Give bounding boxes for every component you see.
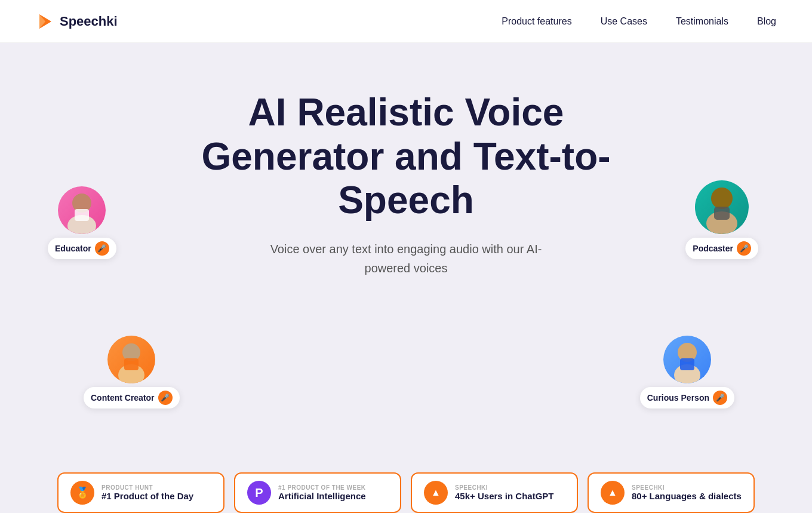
badge-product-week-text: #1 PRODUCT OF THE WEEK Artificial Intell…	[278, 484, 366, 501]
logo-text: Speechki	[60, 14, 118, 29]
badge-chatgpt-icon: ▲	[424, 481, 448, 505]
badge-product-week[interactable]: P #1 PRODUCT OF THE WEEK Artificial Inte…	[234, 472, 401, 513]
badge-languages-text: Speechki 80+ Languages & dialects	[632, 484, 742, 501]
badge-product-hunt[interactable]: 🏅 PRODUCT HUNT #1 Product of the Day	[57, 472, 224, 513]
badge-languages-small: Speechki	[632, 484, 742, 491]
avatar-educator-image	[58, 186, 106, 234]
nav-links: Product features Use Cases Testimonials …	[502, 16, 776, 27]
svg-point-5	[711, 188, 733, 209]
badge-chatgpt-small: Speechki	[455, 484, 553, 491]
badge-chatgpt-text: Speechki 45k+ Users in ChatGPT	[455, 484, 553, 501]
podcaster-label-text: Podcaster	[693, 244, 733, 253]
avatar-podcaster-image	[695, 180, 749, 234]
content-creator-label-text: Content Creator	[91, 393, 155, 403]
badge-languages-main: 80+ Languages & dialects	[632, 491, 742, 501]
nav-blog[interactable]: Blog	[757, 16, 776, 26]
podcaster-mic-btn[interactable]: 🎤	[737, 241, 751, 256]
nav-testimonials[interactable]: Testimonials	[676, 16, 728, 26]
badge-product-hunt-small: PRODUCT HUNT	[102, 484, 193, 491]
curious-person-label: Curious Person 🎤	[640, 387, 734, 408]
avatar-content-creator-image	[107, 336, 155, 383]
logo[interactable]: Speechki	[36, 12, 118, 31]
badges-row: 🏅 PRODUCT HUNT #1 Product of the Day P #…	[0, 472, 812, 513]
badge-product-hunt-main: #1 Product of the Day	[102, 491, 193, 501]
educator-mic-btn[interactable]: 🎤	[95, 241, 109, 256]
hero-section: Educator 🎤 Podcaster 🎤 Content C	[0, 43, 812, 513]
svg-rect-13	[680, 358, 694, 370]
svg-rect-4	[75, 209, 89, 221]
svg-rect-10	[124, 358, 139, 370]
educator-label-text: Educator	[55, 244, 91, 253]
hero-title: AI Realistic Voice Generator and Text-to…	[161, 91, 651, 223]
badge-chatgpt[interactable]: ▲ Speechki 45k+ Users in ChatGPT	[411, 472, 578, 513]
avatar-curious-person-image	[663, 336, 711, 383]
content-creator-label: Content Creator 🎤	[84, 387, 180, 408]
avatar-podcaster: Podcaster 🎤	[685, 180, 758, 259]
hero-subtitle: Voice over any text into engaging audio …	[257, 239, 555, 278]
content-creator-mic-btn[interactable]: 🎤	[158, 391, 173, 405]
avatar-educator: Educator 🎤	[48, 186, 116, 259]
badge-product-hunt-icon: 🏅	[70, 481, 94, 505]
badge-product-week-icon: P	[247, 481, 271, 505]
nav-use-cases[interactable]: Use Cases	[601, 16, 647, 26]
badge-product-week-main: Artificial Intelligence	[278, 491, 366, 501]
svg-rect-7	[714, 207, 730, 220]
educator-label: Educator 🎤	[48, 238, 116, 259]
podcaster-label: Podcaster 🎤	[685, 238, 758, 259]
logo-icon	[36, 12, 55, 31]
badge-languages[interactable]: ▲ Speechki 80+ Languages & dialects	[588, 472, 755, 513]
curious-person-label-text: Curious Person	[647, 393, 709, 403]
curious-person-mic-btn[interactable]: 🎤	[713, 391, 727, 405]
avatar-content-creator: Content Creator 🎤	[84, 336, 180, 408]
badge-chatgpt-main: 45k+ Users in ChatGPT	[455, 491, 553, 501]
avatar-curious-person: Curious Person 🎤	[640, 336, 734, 408]
badge-product-hunt-text: PRODUCT HUNT #1 Product of the Day	[102, 484, 193, 501]
nav-product-features[interactable]: Product features	[502, 16, 571, 26]
navbar: Speechki Product features Use Cases Test…	[0, 0, 812, 43]
badge-languages-icon: ▲	[601, 481, 625, 505]
badge-product-week-small: #1 PRODUCT OF THE WEEK	[278, 484, 366, 491]
